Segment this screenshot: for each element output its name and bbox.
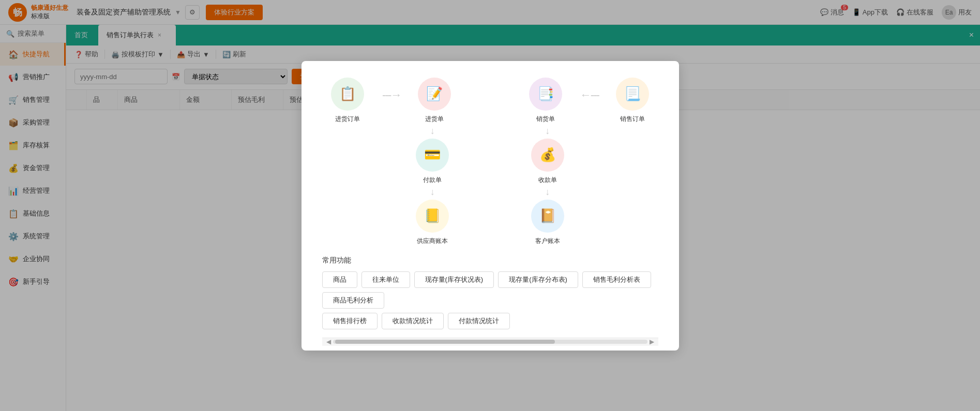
func-btn-receipt-stat[interactable]: 收款情况统计: [382, 313, 444, 329]
customer-ledger-label: 客户账本: [535, 237, 560, 246]
func-btn-goods-margin[interactable]: 商品毛利分析: [322, 292, 384, 309]
modal-content: 📋 进货订单 - - - → 📝 进货单 📑 销货单 ← - - -: [301, 61, 679, 351]
sales-bill-circle: 📑: [529, 78, 562, 111]
scroll-right-icon[interactable]: ▶: [647, 338, 656, 345]
func-btn-contacts[interactable]: 往来单位: [361, 271, 410, 288]
down-arrow-purchase: ↓: [416, 126, 449, 136]
purchase-bill-circle: 📝: [418, 78, 451, 111]
quick-nav-modal: 📋 进货订单 - - - → 📝 进货单 📑 销货单 ← - - -: [301, 61, 679, 351]
receipt-label: 收款单: [538, 176, 557, 185]
purchase-order-label: 进货订单: [335, 115, 360, 124]
down-arrow-payment: ↓: [416, 187, 449, 197]
flow-node-sales-order[interactable]: 📃 销售订单: [616, 78, 649, 124]
func-btn-stock-status[interactable]: 现存量(库存状况表): [414, 271, 494, 288]
flow-node-purchase-order[interactable]: 📋 进货订单: [331, 78, 364, 124]
scroll-thumb: [335, 340, 555, 344]
func-buttons-row2: 销售排行榜 收款情况统计 付款情况统计: [322, 313, 658, 329]
supplier-ledger-label: 供应商账本: [417, 237, 448, 246]
flow-node-customer-ledger[interactable]: 📔 客户账本: [531, 200, 564, 246]
func-btn-stock-dist[interactable]: 现存量(库存分布表): [498, 271, 578, 288]
func-btn-goods[interactable]: 商品: [322, 271, 357, 288]
spacer-left: [332, 126, 365, 136]
spacer-dash: [385, 126, 396, 136]
flow-node-receipt[interactable]: 💰 收款单: [531, 139, 564, 185]
spacer-r3: [615, 187, 648, 197]
spacer-dash2: [584, 126, 595, 136]
common-functions-title: 常用功能: [322, 256, 658, 265]
spacer-d3: [385, 187, 396, 197]
spacer-right: [615, 126, 648, 136]
flow-node-purchase-bill[interactable]: 📝 进货单: [418, 78, 451, 124]
sales-order-label: 销售订单: [620, 115, 645, 124]
flow-node-sales-bill[interactable]: 📑 销货单: [529, 78, 562, 124]
func-btn-sales-rank[interactable]: 销售排行榜: [322, 313, 378, 329]
func-btn-sales-margin[interactable]: 销售毛利分析表: [582, 271, 651, 288]
modal-overlay[interactable]: 📋 进货订单 - - - → 📝 进货单 📑 销货单 ← - - -: [0, 0, 980, 411]
spacer-m3: [469, 187, 510, 197]
spacer-d4: [584, 187, 595, 197]
supplier-ledger-circle: 📒: [416, 200, 449, 233]
payment-circle: 💳: [416, 139, 449, 172]
scroll-track[interactable]: [333, 340, 647, 344]
scroll-left-icon[interactable]: ◀: [324, 338, 333, 345]
scroll-bar[interactable]: ◀ ▶: [322, 338, 658, 346]
down-arrow-receipt: ↓: [531, 187, 564, 197]
down-arrow-sales: ↓: [531, 126, 564, 136]
purchase-order-circle: 📋: [331, 78, 364, 111]
flow-node-supplier-ledger[interactable]: 📒 供应商账本: [416, 200, 449, 246]
common-functions: 常用功能 商品 往来单位 现存量(库存状况表) 现存量(库存分布表) 销售毛利分…: [322, 256, 658, 329]
spacer-l3: [332, 187, 365, 197]
func-btn-payment-stat[interactable]: 付款情况统计: [448, 313, 510, 329]
sales-bill-label: 销货单: [536, 115, 555, 124]
payment-label: 付款单: [423, 176, 442, 185]
flow-node-payment[interactable]: 💳 付款单: [416, 139, 449, 185]
receipt-circle: 💰: [531, 139, 564, 172]
customer-ledger-circle: 📔: [531, 200, 564, 233]
purchase-bill-label: 进货单: [425, 115, 444, 124]
spacer-mid: [469, 126, 510, 136]
func-buttons-row1: 商品 往来单位 现存量(库存状况表) 现存量(库存分布表) 销售毛利分析表 商品…: [322, 271, 658, 309]
sales-order-circle: 📃: [616, 78, 649, 111]
